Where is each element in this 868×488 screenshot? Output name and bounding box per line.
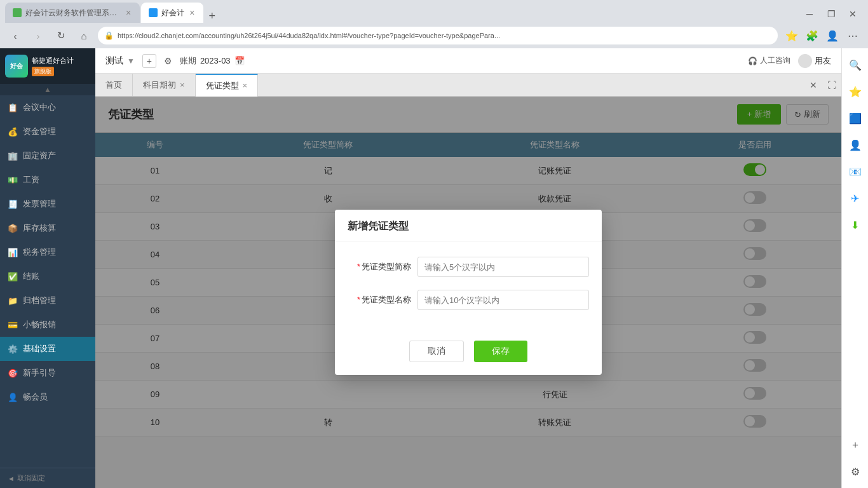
right-outlook-icon[interactable]: 📧 [844,160,867,183]
tab-voucher-type[interactable]: 凭证类型 × [196,74,259,97]
sidebar-item-close[interactable]: ✅ 结账 [0,264,95,288]
right-app-icon[interactable]: 🟦 [844,107,867,130]
tab-collapse-btn[interactable]: ✕ [804,80,822,90]
close-account-icon: ✅ [8,272,18,281]
cancel-button[interactable]: 取消 [409,341,464,362]
tab-close-2[interactable]: × [188,8,196,18]
sidebar-item-funds[interactable]: 💰 资金管理 [0,119,95,144]
member-icon: 👤 [8,393,18,402]
new-tab-button[interactable]: + [205,10,219,23]
tax-icon: 📊 [8,248,18,257]
user-avatar [798,54,812,68]
logo-badge: 旗舰版 [32,67,54,76]
win-close[interactable]: ✕ [843,5,863,23]
ext-btn-1[interactable]: ⭐ [783,27,801,44]
sidebar-item-member[interactable]: 👤 畅会员 [0,385,95,409]
ext-btn-3[interactable]: 👤 [824,27,841,44]
address-bar[interactable]: 🔒 https://cloud2.chanjet.com/accounting/… [98,27,778,44]
right-star-icon[interactable]: ⭐ [844,80,867,103]
browser-tab-accounting[interactable]: 好会计云财务软件管理系统_会计 × [5,3,140,23]
name-form-row: *凭证类型名称 [348,290,589,310]
right-settings-icon[interactable]: ⚙ [844,460,867,483]
page-tab-bar: 首页 科目期初 × 凭证类型 × ✕ ⛶ [95,74,841,97]
name-required: * [357,295,360,304]
browser-extensions: ⭐ 🧩 👤 ⋯ [783,27,862,44]
voucher-tab-label: 凭证类型 [206,80,239,92]
fixed-assets-label: 固定资产 [23,150,56,161]
more-btn[interactable]: ⋯ [844,27,862,44]
sidebar-item-expense[interactable]: 💳 小畅报销 [0,313,95,337]
right-add-icon[interactable]: ＋ [844,433,867,456]
funds-icon: 💰 [8,127,18,137]
sidebar-cancel-pin[interactable]: ◄ 取消固定 [0,468,95,488]
sidebar-item-settings[interactable]: ⚙️ 基础设置 [0,337,95,361]
modal-footer: 取消 保存 [335,333,602,375]
sidebar-item-tax[interactable]: 📊 税务管理 [0,240,95,264]
user-btn[interactable]: 用友 [798,54,831,68]
name-label-text: 凭证类型名称 [362,295,411,304]
abbr-label-text: 凭证类型简称 [362,262,411,271]
scroll-up[interactable]: ▲ [0,84,95,95]
nav-refresh[interactable]: ↻ [52,27,70,44]
tab-favicon-1 [13,8,22,17]
nav-home[interactable]: ⌂ [75,27,93,44]
ext-btn-2[interactable]: 🧩 [803,27,821,44]
tab-chart-of-accounts[interactable]: 科目期初 × [133,74,196,97]
top-bar: 测试 ▼ + ⚙ 账期 2023-03 📅 🎧 人工咨询 用友 [95,48,841,74]
nav-forward[interactable]: › [29,27,47,44]
right-download-icon[interactable]: ⬇ [844,214,867,236]
salary-icon: 💵 [8,175,18,185]
sidebar-logo: 好会 畅捷通好合计 旗舰版 [0,48,95,84]
sidebar: 好会 畅捷通好合计 旗舰版 ▲ 📋 会议中心 💰 资金管理 🏢 固定资产 💵 [0,48,95,488]
name-label: *凭证类型名称 [348,294,417,306]
name-input[interactable] [417,290,589,310]
sidebar-item-guide[interactable]: 🎯 新手引导 [0,361,95,385]
period-label: 账期 [180,55,196,67]
abbr-form-row: *凭证类型简称 [348,257,589,277]
settings-icon: ⚙️ [8,344,18,354]
headset-icon: 🎧 [748,57,757,65]
sidebar-item-meeting[interactable]: 📋 会议中心 [0,95,95,119]
voucher-tab-close[interactable]: × [243,81,248,90]
sidebar-item-fixed-assets[interactable]: 🏢 固定资产 [0,144,95,168]
abbr-label: *凭证类型简称 [348,261,417,273]
inventory-icon: 📦 [8,224,18,233]
guide-label: 新手引导 [23,367,56,379]
abbr-input[interactable] [417,257,589,277]
archive-label: 归档管理 [23,295,56,306]
top-bar-add-btn[interactable]: + [142,54,156,68]
tab-home[interactable]: 首页 [95,74,133,97]
tab-close-1[interactable]: × [125,8,132,18]
period-value: 2023-03 [200,56,231,65]
tax-label: 税务管理 [23,247,56,258]
sidebar-item-salary[interactable]: 💵 工资 [0,168,95,192]
save-button[interactable]: 保存 [474,341,527,362]
consult-btn[interactable]: 🎧 人工咨询 [748,55,790,66]
archive-icon: 📁 [8,296,18,306]
nav-back[interactable]: ‹ [6,27,24,44]
sidebar-item-archive[interactable]: 📁 归档管理 [0,288,95,313]
right-feather-icon[interactable]: ✈ [844,187,867,210]
workspace-name: 测试 [105,55,123,67]
invoice-icon: 🧾 [8,200,18,209]
period-info: 账期 2023-03 📅 [180,55,245,67]
consult-label: 人工咨询 [760,55,790,66]
accounts-tab-close[interactable]: × [180,80,185,90]
workspace-selector[interactable]: 测试 ▼ [105,55,135,67]
browser-tab-active[interactable]: 好会计 × [141,3,203,23]
tab-expand-btn[interactable]: ⛶ [822,80,841,90]
right-user-icon[interactable]: 👤 [844,133,867,156]
right-search-icon[interactable]: 🔍 [844,53,867,76]
win-restore[interactable]: ❐ [821,5,841,23]
sidebar-item-invoice[interactable]: 🧾 发票管理 [0,192,95,216]
close-account-label: 结账 [23,271,39,282]
salary-label: 工资 [23,174,39,186]
fixed-assets-icon: 🏢 [8,151,18,161]
top-bar-settings-btn[interactable]: ⚙ [164,56,172,66]
app-area: 好会 畅捷通好合计 旗舰版 ▲ 📋 会议中心 💰 资金管理 🏢 固定资产 💵 [0,48,868,488]
sidebar-item-inventory[interactable]: 📦 库存核算 [0,216,95,240]
logo-text: 畅捷通好合计 [32,56,74,65]
win-minimize[interactable]: ─ [799,5,820,23]
tab-label-2: 好会计 [161,8,184,18]
expense-label: 小畅报销 [23,319,56,330]
